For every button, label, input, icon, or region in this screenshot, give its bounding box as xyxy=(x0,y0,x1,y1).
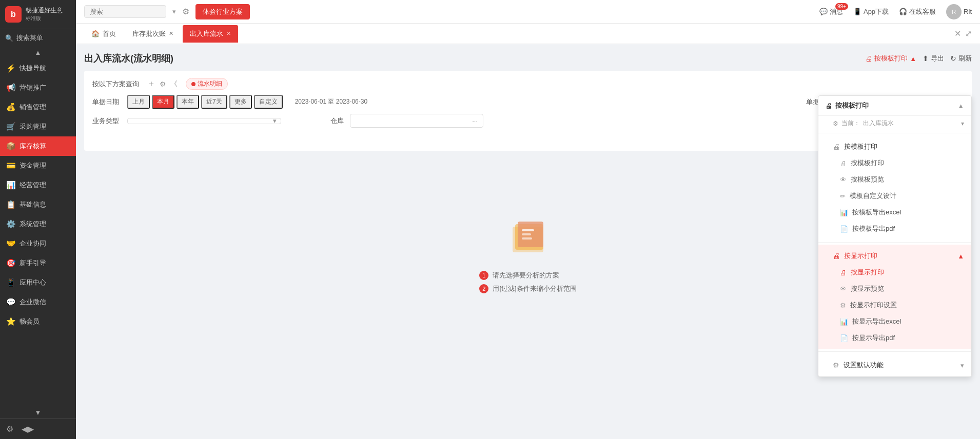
sidebar-item-vip[interactable]: ⭐ 畅会员 xyxy=(0,312,76,331)
logo-icon: b xyxy=(5,6,22,23)
sidebar-item-guide[interactable]: 🎯 新手引导 xyxy=(0,253,76,273)
sidebar-item-finance[interactable]: 💳 资金管理 xyxy=(0,156,76,175)
user-name: Rit xyxy=(964,8,972,15)
filter-tag: 流水明细 xyxy=(186,78,228,90)
date-btn-this-year[interactable]: 本年 xyxy=(177,95,199,109)
tab-inventory-flow-close[interactable]: ✕ xyxy=(226,30,231,37)
message-btn[interactable]: 💬 消息 99+ xyxy=(819,7,843,16)
dropdown-title-text: 按模板打印 xyxy=(835,101,869,110)
display-export-pdf-item[interactable]: 📄 按显示导出pdf xyxy=(818,330,971,346)
sidebar-scroll-down[interactable]: ▼ xyxy=(0,407,76,418)
sidebar-item-appcenter[interactable]: 📱 应用中心 xyxy=(0,273,76,292)
display-print-settings-item[interactable]: ⚙ 按显示打印设置 xyxy=(818,297,971,313)
dropdown-divider-2 xyxy=(818,242,971,243)
sidebar-item-operations[interactable]: 📊 经营管理 xyxy=(0,175,76,195)
filter-settings-icon[interactable]: ⚙ xyxy=(160,80,166,88)
display-export-excel-item[interactable]: 📊 按显示导出excel xyxy=(818,313,971,330)
current-icon: ⚙ xyxy=(833,120,838,127)
template-print-item[interactable]: 🖨 按模板打印 xyxy=(818,155,971,171)
avatar: R xyxy=(946,4,962,19)
tab-inventory-batch[interactable]: 库存批次账 ✕ xyxy=(125,25,181,43)
display-print-section: 🖨 按显示打印 ▲ 🖨 按显示打印 👁 按显示预览 ⚙ 按显示打印设置 xyxy=(818,245,971,349)
sidebar-item-label: 快捷导航 xyxy=(19,64,46,73)
template-export-pdf-item[interactable]: 📄 按模板导出pdf xyxy=(818,221,971,237)
user-menu[interactable]: R Rit xyxy=(946,4,972,19)
warehouse-select[interactable]: ··· xyxy=(350,114,483,128)
tab-inventory-flow[interactable]: 出入库流水 ✕ xyxy=(183,25,238,43)
set-default-section-header[interactable]: ⚙ 设置默认功能 ▾ xyxy=(818,357,971,373)
dropdown-arrow-up-icon[interactable]: ▲ xyxy=(957,102,964,110)
display-settings-icon: ⚙ xyxy=(840,302,846,309)
sidebar-item-sales[interactable]: 💰 销售管理 xyxy=(0,97,76,117)
tabs-right: ✕ ⤢ xyxy=(954,29,972,38)
print-template-btn[interactable]: 🖨 按模板打印 ▲ xyxy=(865,54,916,63)
display-export-pdf-icon: 📄 xyxy=(840,334,848,342)
close-all-tabs-icon[interactable]: ✕ xyxy=(954,29,961,38)
type-select[interactable]: ▾ xyxy=(127,118,281,124)
sidebar-item-label: 库存核算 xyxy=(19,142,46,151)
template-custom-label: 模板自定义设计 xyxy=(850,191,896,201)
template-preview-item[interactable]: 👁 按模板预览 xyxy=(818,171,971,188)
collapse-sidebar-icon[interactable]: ◀▶ xyxy=(22,424,34,434)
sidebar-item-basic[interactable]: 📋 基础信息 xyxy=(0,195,76,214)
date-btn-7days[interactable]: 近7天 xyxy=(201,95,227,109)
sidebar-item-label: 新手引导 xyxy=(19,258,46,268)
filter-row-1: 按以下方案查询 ＋ ⚙ 《 流水明细 xyxy=(92,78,964,90)
svg-rect-3 xyxy=(522,229,534,231)
app-download-btn[interactable]: 📱 App下载 xyxy=(853,7,889,16)
sidebar-item-quick-nav[interactable]: ⚡ 快捷导航 xyxy=(0,58,76,78)
sidebar-item-system[interactable]: ⚙️ 系统管理 xyxy=(0,214,76,234)
settings-icon[interactable]: ⚙ xyxy=(6,424,13,434)
finance-icon: 💳 xyxy=(6,161,15,170)
topbar-gear-icon[interactable]: ⚙ xyxy=(182,7,189,16)
date-btn-this-month[interactable]: 本月 xyxy=(152,95,174,109)
filter-add-icon[interactable]: ＋ xyxy=(147,78,155,89)
search-menu-label: 搜索菜单 xyxy=(16,33,43,43)
sidebar-item-purchase[interactable]: 🛒 采购管理 xyxy=(0,117,76,136)
sidebar-item-inventory[interactable]: 📦 库存核算 xyxy=(0,136,76,156)
template-export-excel-label: 按模板导出excel xyxy=(852,208,901,217)
display-print-section-label: 按显示打印 xyxy=(844,251,877,261)
date-btn-last-month[interactable]: 上月 xyxy=(127,95,150,109)
sidebar-item-label: 营销推广 xyxy=(19,83,46,92)
display-preview-item[interactable]: 👁 按显示预览 xyxy=(818,281,971,297)
sidebar-item-label: 系统管理 xyxy=(19,220,46,229)
date-btn-more[interactable]: 更多 xyxy=(229,95,252,109)
template-print-section: 🖨 按模板打印 🖨 按模板打印 👁 按模板预览 ✏ 模板自定义设计 📊 xyxy=(818,135,971,240)
industry-btn[interactable]: 体验行业方案 xyxy=(195,4,250,19)
sidebar-item-label: 基础信息 xyxy=(19,200,46,209)
print-dropdown-panel: 🖨 按模板打印 ▲ ⚙ 当前： 出入库流水 ▾ 🖨 按模板打印 🖨 xyxy=(818,95,972,377)
sidebar-item-cooperation[interactable]: 🤝 企业协同 xyxy=(0,234,76,253)
page-actions: 🖨 按模板打印 ▲ ⬆ 导出 ↻ 刷新 xyxy=(865,54,972,63)
filter-collapse-icon[interactable]: 《 xyxy=(170,79,178,89)
search-menu[interactable]: 🔍 搜索菜单 xyxy=(0,29,76,47)
refresh-label: 刷新 xyxy=(958,54,972,63)
export-btn[interactable]: ⬆ 导出 xyxy=(923,54,944,63)
sidebar-item-marketing[interactable]: 📢 营销推广 xyxy=(0,78,76,97)
refresh-btn[interactable]: ↻ 刷新 xyxy=(950,54,972,63)
tabs-bar: 🏠 首页 库存批次账 ✕ 出入库流水 ✕ ✕ ⤢ xyxy=(76,24,980,44)
display-export-excel-icon: 📊 xyxy=(840,318,848,326)
print-chevron-up-icon: ▲ xyxy=(910,55,916,63)
dropdown-divider-3 xyxy=(818,351,971,352)
expand-tabs-icon[interactable]: ⤢ xyxy=(965,29,972,38)
topbar-chevron-icon[interactable]: ▾ xyxy=(172,8,176,15)
tab-home[interactable]: 🏠 首页 xyxy=(84,25,123,43)
sidebar: b 畅捷通好生意 标准版 🔍 搜索菜单 ▲ ⚡ 快捷导航 📢 营销推广 💰 销售… xyxy=(0,0,76,439)
sidebar-scroll-up[interactable]: ▲ xyxy=(0,47,76,58)
svg-rect-4 xyxy=(522,233,531,235)
date-btn-custom[interactable]: 自定义 xyxy=(254,95,283,109)
template-custom-item[interactable]: ✏ 模板自定义设计 xyxy=(818,188,971,204)
date-range-display: 2023-06-01 至 2023-06-30 xyxy=(295,97,367,106)
sidebar-item-label: 资金管理 xyxy=(19,161,46,170)
template-print-section-header[interactable]: 🖨 按模板打印 xyxy=(818,138,971,155)
warehouse-dots-icon[interactable]: ··· xyxy=(472,117,478,125)
template-export-excel-item[interactable]: 📊 按模板导出excel xyxy=(818,204,971,221)
tab-inventory-batch-close[interactable]: ✕ xyxy=(169,30,173,37)
topbar-search-input[interactable] xyxy=(84,5,166,18)
online-service-btn[interactable]: 🎧 在线客服 xyxy=(899,7,936,16)
display-print-section-header[interactable]: 🖨 按显示打印 ▲ xyxy=(818,248,971,264)
date-filters: 上月 本月 本年 近7天 更多 自定义 xyxy=(127,95,283,109)
sidebar-item-wechat[interactable]: 💬 企业微信 xyxy=(0,292,76,312)
display-print-item[interactable]: 🖨 按显示打印 xyxy=(818,264,971,281)
